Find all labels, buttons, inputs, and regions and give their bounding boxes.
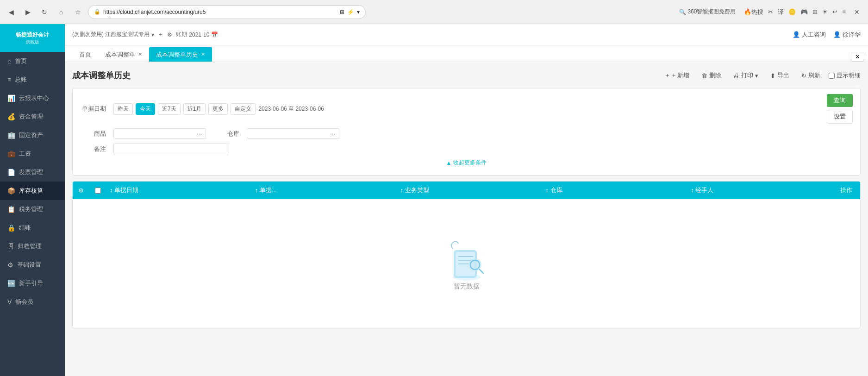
- date-btn-custom[interactable]: 自定义: [231, 103, 256, 115]
- sidebar-label-home: 首页: [15, 57, 27, 65]
- sidebar-item-invoice[interactable]: 📄 发票管理: [0, 163, 65, 182]
- sidebar-item-payroll[interactable]: 💼 工资: [0, 144, 65, 163]
- print-button[interactable]: 🖨 打印 ▾: [730, 69, 762, 81]
- date-btn-yesterday[interactable]: 昨天: [113, 103, 133, 115]
- sidebar-label-payroll: 工资: [19, 150, 31, 158]
- game-icon[interactable]: 🎮: [800, 8, 808, 15]
- apps-icon: ⊞: [340, 9, 344, 15]
- url-bar[interactable]: 🔒 https://cloud.chanjet.com/accounting/u…: [88, 5, 366, 19]
- tab-cost-adjust-history[interactable]: 成本调整单历史 ✕: [149, 47, 212, 62]
- sidebar-item-tax[interactable]: 📋 税务管理: [0, 200, 65, 219]
- delete-button[interactable]: 🗑 删除: [698, 69, 725, 81]
- date-btn-7days[interactable]: 近7天: [158, 103, 181, 115]
- search-tool[interactable]: 🔍 360智能抠图免费用: [675, 6, 739, 17]
- export-icon: ⬆: [770, 72, 775, 79]
- undo-icon[interactable]: ↩: [832, 8, 837, 15]
- sidebar-label-archive: 归档管理: [18, 242, 42, 251]
- query-button[interactable]: 查询: [827, 94, 853, 107]
- th-date[interactable]: ↕ 单据日期: [106, 186, 251, 194]
- back-button[interactable]: ◀: [5, 6, 18, 19]
- tab-cost-adjust-history-close[interactable]: ✕: [201, 51, 205, 57]
- service-button[interactable]: 👤 人工咨询: [793, 31, 826, 39]
- ledger-icon: ≡: [7, 76, 11, 83]
- logo-sub: 旗舰版: [25, 39, 39, 45]
- th-operator[interactable]: ↕ 经手人: [687, 186, 832, 194]
- warehouse-filter-label: 仓库: [213, 130, 239, 138]
- home-icon: ⌂: [7, 57, 11, 65]
- refresh-button[interactable]: ↻: [38, 6, 51, 19]
- user-menu[interactable]: 👤 徐泽华: [833, 31, 861, 39]
- translate-icon[interactable]: 译: [778, 8, 784, 16]
- logo-text: 畅捷通好会计: [16, 31, 49, 39]
- sidebar-item-reports[interactable]: 📊 云报表中心: [0, 89, 65, 107]
- close-window-button[interactable]: ✕: [850, 6, 863, 19]
- tab-cost-adjust[interactable]: 成本调整单 ✕: [98, 47, 149, 62]
- select-all-checkbox[interactable]: [95, 188, 101, 194]
- sidebar-item-home[interactable]: ⌂ 首页: [0, 52, 65, 70]
- th-warehouse-label: ↕ 仓库: [545, 186, 562, 194]
- sidebar-item-settings[interactable]: ⚙ 基础设置: [0, 256, 65, 274]
- sidebar-item-inventory[interactable]: 📦 库存核算: [0, 182, 65, 200]
- add-company-button[interactable]: ＋: [158, 31, 163, 38]
- date-btn-more[interactable]: 更多: [208, 103, 228, 115]
- sidebar-item-archive[interactable]: 🗄 归档管理: [0, 237, 65, 256]
- export-button[interactable]: ⬆ 导出: [767, 69, 793, 81]
- company-chevron-icon: ▾: [151, 31, 154, 38]
- period-selector[interactable]: 账期 2021-10 📅: [176, 31, 218, 38]
- filter-section: 单据日期 昨天 今天 近7天 近1月 更多 自定义 2023-06-06 至 2…: [72, 88, 861, 175]
- tab-cost-adjust-close[interactable]: ✕: [138, 51, 142, 57]
- company-selector[interactable]: (勿删勿禁用) 江西服宝测试专用 ▾: [72, 31, 154, 38]
- th-actions: 操作: [832, 186, 860, 194]
- th-warehouse[interactable]: ↕ 仓库: [542, 186, 687, 194]
- grid-icon[interactable]: ⊞: [812, 8, 818, 15]
- top-bar-left: (勿删勿禁用) 江西服宝测试专用 ▾ ＋ ⚙ 账期 2021-10 📅: [72, 31, 218, 38]
- date-range-display: 2023-06-06 至 2023-06-06: [258, 105, 324, 113]
- table-select-all[interactable]: [89, 182, 106, 199]
- sun-icon[interactable]: ☀: [822, 8, 828, 15]
- member-icon: V: [7, 298, 12, 306]
- user-name: 徐泽华: [843, 31, 861, 39]
- sidebar-item-member[interactable]: V 畅会员: [0, 293, 65, 311]
- show-detail-checkbox-label[interactable]: 显示明细: [829, 71, 861, 80]
- th-type[interactable]: ↕ 业务类型: [397, 186, 542, 194]
- sidebar-label-closing: 结账: [19, 224, 31, 232]
- delete-icon: 🗑: [701, 72, 707, 79]
- refresh-button[interactable]: ↻ 刷新: [798, 69, 824, 81]
- show-detail-checkbox[interactable]: [829, 73, 835, 79]
- close-all-tabs-button[interactable]: ✕: [851, 52, 864, 62]
- star-button[interactable]: ☆: [71, 6, 84, 19]
- sidebar-item-guide[interactable]: 🆕 新手引导: [0, 274, 65, 293]
- period-label: 账期: [176, 31, 187, 38]
- forward-button[interactable]: ▶: [21, 6, 34, 19]
- table-settings-icon[interactable]: ⚙: [73, 182, 89, 199]
- collapse-button[interactable]: ▲ 收起更多条件: [446, 159, 487, 167]
- sidebar-item-ledger[interactable]: ≡ 总账: [0, 70, 65, 89]
- remark-input[interactable]: [113, 144, 229, 154]
- new-button[interactable]: ＋ + 新增: [661, 69, 693, 81]
- menu-icon[interactable]: ≡: [842, 8, 846, 15]
- coin-icon[interactable]: 🪙: [788, 8, 796, 15]
- th-number[interactable]: ↕ 单据...: [251, 186, 397, 194]
- hot-label: 🔥热搜: [744, 8, 763, 16]
- warehouse-selector[interactable]: ···: [247, 128, 339, 139]
- chevron-down-icon: ▾: [357, 9, 360, 15]
- th-actions-label: 操作: [840, 186, 852, 194]
- th-operator-label: ↕ 经手人: [691, 186, 713, 194]
- date-btn-today[interactable]: 今天: [136, 103, 155, 115]
- home-button[interactable]: ⌂: [55, 6, 68, 19]
- sidebar-item-fixed-assets[interactable]: 🏢 固定资产: [0, 126, 65, 144]
- print-icon: 🖨: [733, 72, 739, 79]
- sidebar-label-inventory: 库存核算: [19, 187, 43, 195]
- product-selector[interactable]: ···: [113, 128, 206, 139]
- settings-company-icon[interactable]: ⚙: [167, 31, 172, 38]
- sidebar-item-closing[interactable]: 🔒 结账: [0, 219, 65, 237]
- th-number-label: ↕ 单据...: [255, 186, 277, 194]
- bolt-icon: ⚡: [347, 9, 354, 15]
- sidebar-item-funds[interactable]: 💰 资金管理: [0, 107, 65, 126]
- date-btn-1month[interactable]: 近1月: [183, 103, 206, 115]
- browser-chrome: ◀ ▶ ↻ ⌂ ☆ 🔒 https://cloud.chanjet.com/ac…: [0, 0, 868, 24]
- app-logo: 畅捷通好会计 旗舰版: [0, 24, 65, 52]
- filter-settings-button[interactable]: 设置: [827, 110, 853, 124]
- scissors-icon[interactable]: ✂: [768, 8, 773, 15]
- tab-home[interactable]: 首页: [72, 47, 98, 62]
